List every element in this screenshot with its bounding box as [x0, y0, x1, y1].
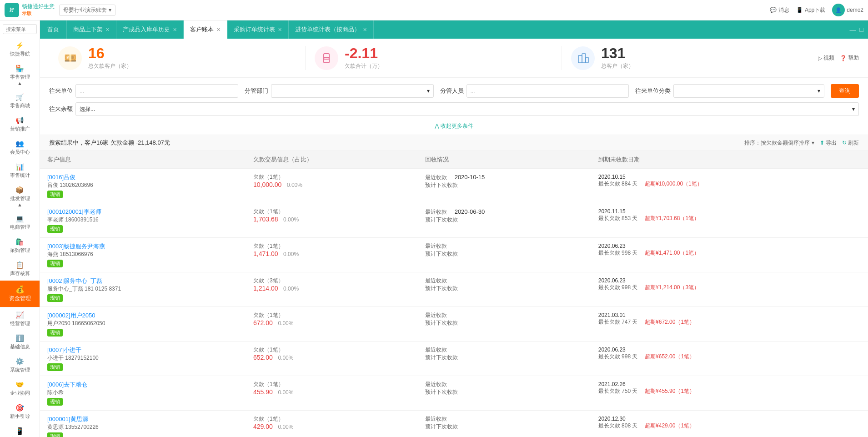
tab-product-list[interactable]: 商品上下架 ✕ [67, 20, 116, 39]
sidebar-item-member-center[interactable]: 👥 会员中心 [0, 136, 40, 159]
debt-amount[interactable]: 455.90 [253, 388, 273, 396]
from-unit-input[interactable]: ... [75, 84, 238, 98]
sidebar-item-label: 零售商城 [10, 102, 30, 109]
retail-stats-icon: 📊 [15, 163, 24, 171]
filter-area: 往来单位 ... 分管部门 ▾ [40, 78, 868, 135]
tab-label: 产成品入库单历史 [123, 25, 170, 34]
stat-icon-debt-customers: 💴 [58, 46, 82, 70]
customer-name-link[interactable]: [0007]小进干 [47, 347, 81, 353]
unit-category-select[interactable]: ▾ [673, 84, 824, 98]
sort-selector[interactable]: 排序：按欠款金额倒序排序 ▾ [744, 139, 814, 147]
minimize-button[interactable]: — [850, 26, 856, 33]
customer-tag: 现销 [47, 363, 63, 371]
debt-amount[interactable]: 1,214.00 [253, 285, 278, 292]
overdue-link[interactable]: 超期¥672.00（1笔） [639, 319, 695, 325]
debt-amount[interactable]: 1,703.68 [253, 216, 278, 223]
cell-customer-3: [0002]服务中心_丁磊 服务中心_丁磊 181 0125 8371 现销 [40, 272, 246, 307]
overdue-link[interactable]: 超期¥1,471.00（1笔） [639, 250, 699, 256]
close-icon[interactable]: ✕ [363, 27, 367, 33]
close-icon[interactable]: ✕ [173, 27, 177, 33]
debt-amount[interactable]: 1,471.00 [253, 250, 278, 257]
refresh-button[interactable]: ↻ 刷新 [842, 139, 859, 147]
sidebar-item-label: 快捷导航 [10, 50, 30, 57]
overdue-link[interactable]: 超期¥652.00（1笔） [639, 353, 695, 360]
search-input[interactable] [3, 24, 37, 34]
stats-bar: 💴 16 总欠款客户（家） [40, 39, 868, 78]
sidebar-item-finance[interactable]: 💰 资金管理 [0, 281, 40, 307]
debt-ratio: 0.00% [278, 355, 293, 361]
customer-name-link[interactable]: [000002]用户2050 [47, 312, 95, 319]
help-action[interactable]: ❓ 帮助 [840, 54, 859, 62]
debt-amount[interactable]: 10,000.00 [253, 181, 281, 188]
sidebar-item-purchase-mgmt[interactable]: 🛍️ 采购管理 [0, 234, 40, 257]
cell-recovery-4: 最近收款 预计下次收款 [418, 307, 591, 342]
customer-name-link[interactable]: [000001]黄思源 [47, 416, 88, 422]
close-icon[interactable]: ✕ [216, 27, 221, 33]
sidebar-item-batch-mgmt[interactable]: 📦 批发管理 ▲ [0, 182, 40, 211]
table-row: [000002]用户2050 用户2050 18665062050 现销 欠款（… [40, 307, 868, 342]
person-input[interactable]: ... [467, 84, 629, 98]
tab-purchase-stats[interactable]: 进货单统计表（按商品） ✕ [289, 20, 374, 39]
collapse-bar[interactable]: ⋀ 收起更多条件 [49, 121, 859, 132]
result-summary: 搜索结果中，客户16家 欠款金额 -21,148.07元 [49, 139, 170, 147]
tab-customer-account[interactable]: 客户账本 ✕ [184, 20, 227, 39]
sidebar-item-ecommerce[interactable]: 💻 电商管理 [0, 211, 40, 234]
sidebar-item-retail-stats[interactable]: 📊 零售统计 [0, 159, 40, 182]
query-button[interactable]: 查询 [831, 84, 859, 98]
user-avatar[interactable]: 👤 demo2 [832, 4, 863, 16]
sidebar-item-newbie-guide[interactable]: 🎯 新手引导 [0, 400, 40, 423]
overdue-days: 最长欠款 998 天 [598, 250, 638, 256]
window-buttons: — □ [850, 26, 868, 33]
customer-name-link[interactable]: [0001020001]李老师 [47, 208, 101, 215]
sidebar-item-inventory[interactable]: 📋 库存核算 [0, 257, 40, 281]
filter-unit-category: 往来单位分类 ▾ [635, 84, 824, 98]
customer-name-link[interactable]: [0016]吕俊 [47, 174, 75, 181]
sidebar-item-retail-mgmt[interactable]: 🏪 零售管理 ▲ [0, 61, 40, 90]
close-icon[interactable]: ✕ [105, 27, 110, 33]
export-button[interactable]: ⬆ 导出 [820, 139, 837, 147]
due-date: 2020.10.15 [598, 174, 626, 180]
inventory-icon: 📋 [15, 261, 24, 269]
tab-product-history[interactable]: 产成品入库单历史 ✕ [116, 20, 184, 39]
video-action[interactable]: ▷ 视频 [818, 54, 834, 62]
col-header-recovery: 回收情况 [418, 151, 591, 169]
member-center-icon: 👥 [15, 140, 24, 148]
dept-select[interactable]: ▾ [271, 84, 434, 98]
sidebar-item-system-mgmt[interactable]: ⚙️ 系统管理 [0, 354, 40, 377]
message-button[interactable]: 💬 消息 [770, 6, 789, 14]
retail-mgmt-icon: 🏪 [15, 65, 24, 73]
store-selector[interactable]: 母婴行业演示账套 ▾ [59, 5, 115, 16]
balance-placeholder: 选择... [80, 105, 95, 113]
maximize-button[interactable]: □ [860, 26, 863, 33]
overdue-link[interactable]: 超期¥10,000.00（1笔） [639, 181, 702, 187]
sidebar-item-ops-mgmt[interactable]: 📈 经营管理 [0, 307, 40, 331]
debt-amount[interactable]: 652.00 [253, 354, 273, 361]
app-download-button[interactable]: 📱 App下载 [796, 6, 825, 14]
cell-customer-2: [0003]畅捷服务尹海燕 海燕 18513066976 现销 [40, 238, 246, 272]
tab-purchase-order[interactable]: 采购订单统计表 ✕ [227, 20, 289, 39]
cell-debt-1: 欠款（1笔） 1,703.68 0.00% [246, 203, 418, 238]
cell-recovery-0: 最近收款 2020-10-15 预计下次收款 [418, 169, 591, 203]
overdue-link[interactable]: 超期¥429.00（1笔） [639, 422, 695, 429]
customer-name-link[interactable]: [0003]畅捷服务尹海燕 [47, 243, 105, 250]
debt-amount[interactable]: 429.00 [253, 423, 273, 430]
balance-select[interactable]: 选择... ▾ [75, 102, 859, 116]
customer-name-link[interactable]: [0002]服务中心_丁磊 [47, 277, 102, 284]
sidebar-item-enterprise-collab[interactable]: 🤝 企业协同 [0, 377, 40, 400]
ecommerce-icon: 💻 [15, 215, 24, 223]
close-icon[interactable]: ✕ [278, 27, 282, 33]
table-row: [0001020001]李老师 李老师 18600391516 现销 欠款（1笔… [40, 203, 868, 238]
stat-icon-debt-amount [315, 46, 338, 70]
sidebar-item-retail-mall[interactable]: 🛒 零售商城 [0, 90, 40, 113]
sidebar-item-quick-nav[interactable]: ⚡ 快捷导航 [0, 38, 40, 61]
overdue-link[interactable]: 超期¥1,703.68（1笔） [639, 215, 699, 221]
sidebar-item-marketing[interactable]: 📢 营销推广 [0, 113, 40, 136]
debt-amount[interactable]: 672.00 [253, 319, 273, 326]
sidebar-item-basic-info[interactable]: ℹ️ 基础信息 [0, 331, 40, 354]
next-collection-label: 预计下次收款 [425, 354, 458, 361]
tab-home[interactable]: 首页 [40, 20, 67, 39]
sidebar-item-app-center[interactable]: 📱 应用中心 [0, 423, 40, 437]
overdue-link[interactable]: 超期¥1,214.00（3笔） [639, 284, 699, 291]
customer-name-link[interactable]: [0006]去下粮仓 [47, 381, 87, 388]
overdue-link[interactable]: 超期¥455.90（1笔） [639, 388, 695, 394]
